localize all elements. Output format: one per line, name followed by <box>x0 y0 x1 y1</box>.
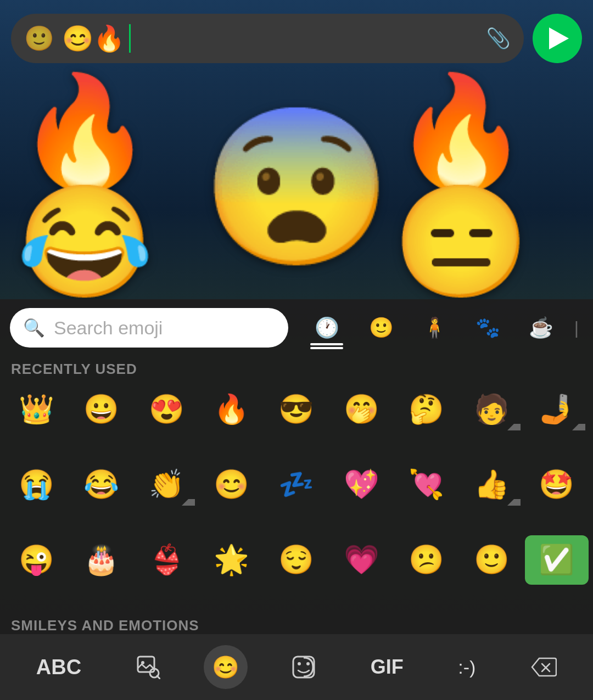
emoticon-button[interactable]: :-) <box>447 651 486 684</box>
sticker-icon <box>292 655 316 679</box>
gif-button[interactable]: GIF <box>360 650 415 684</box>
search-icon: 🔍 <box>23 317 45 338</box>
emoji-crown[interactable]: 👑 <box>4 384 68 434</box>
emoji-sunglasses[interactable]: 😎 <box>265 384 328 434</box>
send-button[interactable] <box>533 14 582 63</box>
image-search-button[interactable] <box>125 649 171 685</box>
emoji-clapping[interactable]: 👏 <box>135 460 198 509</box>
send-arrow-icon <box>549 27 569 49</box>
emoji-thinking[interactable]: 🤔 <box>395 384 458 434</box>
tab-people[interactable]: 🧍 <box>410 311 459 345</box>
emoji-selfie[interactable]: 🤳 <box>525 384 589 434</box>
emoji-worried[interactable]: 😕 <box>395 535 458 585</box>
more-tabs-indicator: | <box>570 318 583 338</box>
message-content: 😊🔥 <box>62 24 478 53</box>
sticker-button[interactable] <box>281 649 327 685</box>
emoji-grid-recent: 👑 😀 😍 🔥 😎 🤭 🤔 🧑 🤳 😭 😂 👏 😊 💤 💖 💘 👍 🤩 😜 🎂 … <box>0 382 593 612</box>
emoji-tongue[interactable]: 😜 <box>4 535 68 585</box>
emoji-keyboard-icon: 😊 <box>212 654 239 680</box>
gif-label: GIF <box>371 656 404 679</box>
emoji-star-eyes[interactable]: 🤩 <box>525 460 589 509</box>
emoji-heart-arrow[interactable]: 💘 <box>395 460 458 509</box>
emoji-hand-over-mouth[interactable]: 🤭 <box>329 384 393 434</box>
emoji-joy[interactable]: 😂 <box>69 460 133 509</box>
large-emoji-left: 🔥😂 <box>16 77 201 296</box>
search-row: 🔍 Search emoji 🕐 🙂 🧍 🐾 ☕ | <box>0 299 593 352</box>
search-box[interactable]: 🔍 Search emoji <box>10 308 288 348</box>
recently-used-label: RECENTLY USED <box>0 352 593 382</box>
emoji-thumbsup[interactable]: 👍 <box>460 460 523 509</box>
emoji-smiling[interactable]: 😊 <box>199 460 263 509</box>
svg-point-6 <box>306 662 310 665</box>
emoji-keyboard: 🔍 Search emoji 🕐 🙂 🧍 🐾 ☕ | RECENTLY USED… <box>0 299 593 700</box>
text-cursor <box>129 24 131 53</box>
tab-animals[interactable]: 🐾 <box>463 311 512 345</box>
emoji-fire[interactable]: 🔥 <box>199 384 263 434</box>
tab-smileys[interactable]: 🙂 <box>357 311 406 345</box>
message-input-container[interactable]: 🙂 😊🔥 📎 <box>11 14 524 63</box>
emoji-picker-icon[interactable]: 🙂 <box>24 24 54 53</box>
svg-line-2 <box>157 676 160 679</box>
emoji-checkmark[interactable]: ✅ <box>525 535 589 585</box>
emoji-loudly-crying[interactable]: 😭 <box>4 460 68 509</box>
emoji-bikini[interactable]: 👙 <box>135 535 198 585</box>
message-emojis: 😊🔥 <box>62 24 125 53</box>
emoji-person-raising-hand[interactable]: 🧑 <box>460 384 523 434</box>
keyboard-bar: ABC 😊 GIF :-) <box>0 634 593 700</box>
emoji-sun[interactable]: 🌟 <box>199 535 263 585</box>
image-search-icon <box>136 655 160 679</box>
emoji-display-area: 🔥😂 😨 🔥😑 <box>0 71 593 302</box>
emoji-pink-heart[interactable]: 💗 <box>329 535 393 585</box>
attachment-icon[interactable]: 📎 <box>486 27 511 50</box>
smileys-label: SMILEYS AND EMOTIONS <box>0 612 593 634</box>
emoji-zzz[interactable]: 💤 <box>265 460 328 509</box>
delete-icon <box>530 657 557 677</box>
abc-button[interactable]: ABC <box>25 650 92 685</box>
tab-food[interactable]: ☕ <box>517 311 566 345</box>
large-emoji-right: 🔥😑 <box>393 77 577 296</box>
delete-button[interactable] <box>519 651 568 683</box>
emoji-cake[interactable]: 🎂 <box>69 535 133 585</box>
emoji-sparkle-heart[interactable]: 💖 <box>329 460 393 509</box>
emoji-slight-smile[interactable]: 🙂 <box>460 535 523 585</box>
message-bar: 🙂 😊🔥 📎 <box>11 11 582 66</box>
emoticon-label: :-) <box>458 657 475 678</box>
large-emoji-center: 😨 <box>201 110 393 264</box>
search-placeholder: Search emoji <box>54 317 163 339</box>
emoji-relieved[interactable]: 😌 <box>265 535 328 585</box>
emoji-keyboard-button[interactable]: 😊 <box>204 645 248 689</box>
emoji-heart-eyes[interactable]: 😍 <box>135 384 198 434</box>
emoji-grin[interactable]: 😀 <box>69 384 133 434</box>
svg-point-5 <box>298 662 301 665</box>
tab-recent[interactable]: 🕐 <box>301 311 353 345</box>
